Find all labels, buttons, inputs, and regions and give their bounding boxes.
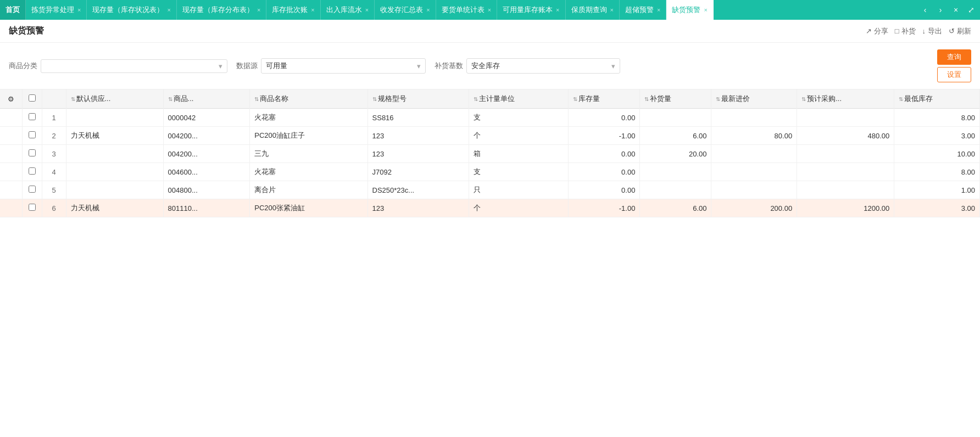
- nav-tab-6[interactable]: 收发存汇总表×: [375, 0, 436, 20]
- nav-tab-2[interactable]: 现存量（库存状况表）×: [87, 0, 176, 20]
- row-checkbox-0[interactable]: [29, 113, 36, 120]
- row-replenish-qty-cell: 6.00: [640, 127, 711, 145]
- nav-tab-label-6: 收发存汇总表: [380, 5, 423, 15]
- settings-button[interactable]: 设置: [937, 67, 971, 82]
- col-product-name-header[interactable]: ⇅商品名称: [250, 89, 368, 109]
- col-index-header: [42, 89, 66, 109]
- datasource-filter: 数据源 可用量 ▾: [236, 58, 426, 74]
- row-gear-cell: [0, 145, 22, 163]
- row-checkbox-3[interactable]: [29, 167, 36, 175]
- refresh-button[interactable]: ↺ 刷新: [949, 26, 971, 36]
- row-checkbox-cell[interactable]: [22, 181, 42, 199]
- row-checkbox-cell[interactable]: [22, 199, 42, 217]
- nav-tab-close-7[interactable]: ×: [488, 7, 491, 13]
- nav-tab-close-4[interactable]: ×: [311, 7, 314, 13]
- nav-bar: 首页拣货异常处理×现存量（库存状况表）×现存量（库存分布表）×库存批次账×出入库…: [0, 0, 980, 20]
- col-spec-header[interactable]: ⇅规格型号: [368, 89, 469, 109]
- row-checkbox-cell[interactable]: [22, 163, 42, 181]
- nav-tab-11[interactable]: 缺货预警×: [666, 0, 713, 20]
- nav-tab-close-3[interactable]: ×: [257, 7, 260, 13]
- row-checkbox-cell[interactable]: [22, 127, 42, 145]
- nav-tab-label-9: 保质期查询: [571, 5, 607, 15]
- row-index-cell: 4: [42, 163, 66, 181]
- page-header: 缺货预警 ↗ 分享 □ 补货 ↓ 导出 ↺ 刷新: [0, 20, 980, 43]
- share-button[interactable]: ↗ 分享: [866, 26, 888, 36]
- row-checkbox-4[interactable]: [29, 186, 36, 193]
- row-latest-price-cell: [711, 163, 797, 181]
- replenish-button[interactable]: □ 补货: [895, 26, 916, 36]
- row-replenish-qty-cell: [640, 163, 711, 181]
- filter-actions: 查询 设置: [937, 49, 971, 82]
- row-latest-price-cell: [711, 109, 797, 127]
- row-stock-cell: 0.00: [569, 145, 640, 163]
- nav-tab-4[interactable]: 库存批次账×: [266, 0, 320, 20]
- nav-tab-close-10[interactable]: ×: [657, 7, 660, 13]
- nav-close-button[interactable]: ×: [948, 2, 964, 18]
- row-checkbox-2[interactable]: [29, 149, 36, 156]
- row-index-cell: 1: [42, 109, 66, 127]
- col-gear[interactable]: ⚙: [0, 89, 22, 109]
- row-product-name-cell: PC200张紧油缸: [250, 199, 368, 217]
- col-stock-header[interactable]: ⇅库存量: [569, 89, 640, 109]
- category-filter: 商品分类 ▾: [9, 59, 227, 73]
- col-min-stock-header[interactable]: ⇅最低库存: [894, 89, 980, 109]
- row-latest-price-cell: [711, 181, 797, 199]
- nav-tab-close-5[interactable]: ×: [365, 7, 369, 13]
- nav-tab-5[interactable]: 出入库流水×: [321, 0, 375, 20]
- nav-tab-label-10: 超储预警: [625, 5, 654, 15]
- nav-tab-3[interactable]: 现存量（库存分布表）×: [177, 0, 266, 20]
- select-all-checkbox[interactable]: [29, 94, 36, 102]
- nav-tab-9[interactable]: 保质期查询×: [566, 0, 620, 20]
- nav-tab-10[interactable]: 超储预警×: [620, 0, 666, 20]
- table-wrapper: ⚙ ⇅默认供应... ⇅商品... ⇅商品名称 ⇅规格型号 ⇅主计量单位 ⇅库存…: [0, 89, 980, 217]
- row-index-cell: 5: [42, 181, 66, 199]
- nav-tab-close-8[interactable]: ×: [556, 7, 559, 13]
- datasource-select[interactable]: 可用量 ▾: [261, 58, 426, 74]
- row-checkbox-cell[interactable]: [22, 145, 42, 163]
- row-product-code-cell: 0000042: [163, 109, 250, 127]
- row-unit-cell: 箱: [469, 145, 569, 163]
- row-checkbox-5[interactable]: [29, 204, 36, 211]
- nav-next-button[interactable]: ›: [933, 2, 948, 18]
- nav-tab-label-11: 缺货预警: [672, 5, 700, 15]
- row-spec-cell: 123: [368, 199, 469, 217]
- nav-tab-close-9[interactable]: ×: [610, 7, 614, 13]
- nav-prev-button[interactable]: ‹: [917, 2, 933, 18]
- share-icon: ↗: [866, 27, 872, 35]
- category-label: 商品分类: [9, 61, 37, 71]
- table-header-row: ⚙ ⇅默认供应... ⇅商品... ⇅商品名称 ⇅规格型号 ⇅主计量单位 ⇅库存…: [0, 89, 980, 109]
- nav-tab-1[interactable]: 拣货异常处理×: [26, 0, 87, 20]
- row-product-code-cell: 801110...: [163, 199, 250, 217]
- data-table: ⚙ ⇅默认供应... ⇅商品... ⇅商品名称 ⇅规格型号 ⇅主计量单位 ⇅库存…: [0, 89, 980, 217]
- row-stock-cell: 0.00: [569, 163, 640, 181]
- row-latest-price-cell: 200.00: [711, 199, 797, 217]
- row-min-stock-cell: 8.00: [894, 163, 980, 181]
- export-button[interactable]: ↓ 导出: [922, 26, 943, 36]
- row-min-stock-cell: 1.00: [894, 181, 980, 199]
- filter-area: 商品分类 ▾ 数据源 可用量 ▾ 补货基数 安全库存 ▾ 查询 设置: [0, 43, 980, 89]
- nav-tab-8[interactable]: 可用量库存账本×: [497, 0, 565, 20]
- col-replenish-qty-header[interactable]: ⇅补货量: [640, 89, 711, 109]
- replenish-base-chevron-icon: ▾: [611, 62, 615, 70]
- row-checkbox-cell[interactable]: [22, 109, 42, 127]
- nav-tab-close-2[interactable]: ×: [167, 7, 170, 13]
- nav-tab-0[interactable]: 首页: [0, 0, 26, 20]
- replenish-base-select[interactable]: 安全库存 ▾: [466, 58, 620, 74]
- nav-tab-7[interactable]: 要货单统计表×: [436, 0, 497, 20]
- row-checkbox-1[interactable]: [29, 131, 36, 138]
- col-product-code-header[interactable]: ⇅商品...: [163, 89, 250, 109]
- nav-tab-close-1[interactable]: ×: [77, 7, 81, 13]
- col-est-purchase-header[interactable]: ⇅预计采购...: [797, 89, 894, 109]
- col-supplier-header[interactable]: ⇅默认供应...: [66, 89, 163, 109]
- nav-controls: ‹ › × ⤢: [917, 2, 980, 18]
- col-checkbox-header[interactable]: [22, 89, 42, 109]
- main-area: 缺货预警 ↗ 分享 □ 补货 ↓ 导出 ↺ 刷新 商品分类: [0, 20, 980, 437]
- nav-fullscreen-button[interactable]: ⤢: [964, 2, 979, 18]
- nav-tab-close-11[interactable]: ×: [704, 7, 707, 13]
- col-latest-price-header[interactable]: ⇅最新进价: [711, 89, 797, 109]
- nav-tab-close-6[interactable]: ×: [426, 7, 430, 13]
- row-replenish-qty-cell: 6.00: [640, 199, 711, 217]
- category-select[interactable]: ▾: [41, 59, 227, 73]
- query-button[interactable]: 查询: [937, 49, 971, 65]
- col-unit-header[interactable]: ⇅主计量单位: [469, 89, 569, 109]
